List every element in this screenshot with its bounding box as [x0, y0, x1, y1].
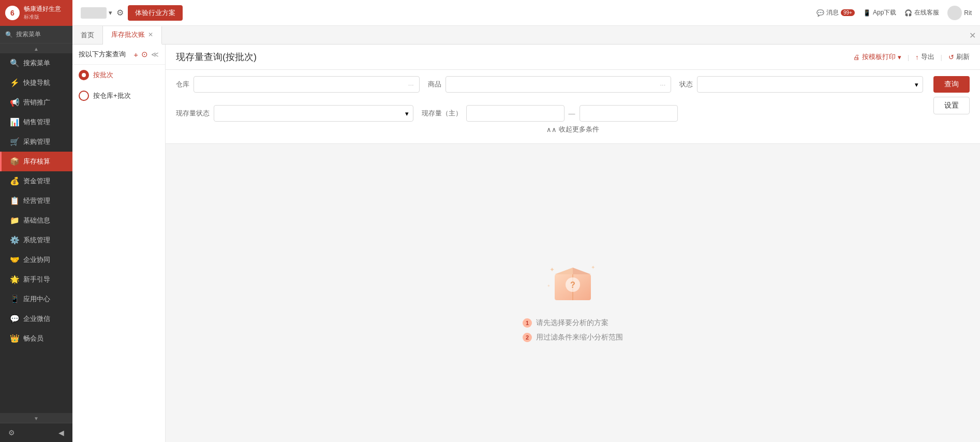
- scheme-item-by-batch[interactable]: 按批次: [72, 65, 165, 85]
- sidebar-item-member[interactable]: 👑 畅会员: [0, 329, 72, 348]
- action-divider-1: |: [908, 53, 909, 61]
- sidebar-item-search[interactable]: 🔍 搜索菜单: [0, 53, 72, 73]
- print-btn[interactable]: 🖨 按模板打印 ▾: [853, 52, 901, 62]
- online-service-item[interactable]: 🎧 在线客服: [904, 8, 939, 17]
- online-service-label: 在线客服: [914, 8, 939, 17]
- sidebar-item-app-center[interactable]: 📱 应用中心: [0, 289, 72, 309]
- collapse-btn[interactable]: ∧∧ 收起更多条件: [176, 122, 970, 137]
- sidebar-item-guide[interactable]: 🌟 新手引导: [0, 270, 72, 289]
- scheme-icon-by-warehouse-batch: [79, 91, 89, 101]
- dropdown-arrow-icon: ▾: [109, 9, 112, 17]
- tab-home[interactable]: 首页: [72, 26, 103, 44]
- warehouse-input[interactable]: ···: [194, 76, 420, 93]
- add-scheme-icon[interactable]: +: [133, 50, 138, 59]
- warehouse-more-icon: ···: [408, 81, 414, 89]
- topbar: ▾ ⚙ 体验行业方案 💬 消息 99+ 📱 App下载 🎧 在线客服 Rit: [72, 0, 980, 26]
- settings-icon[interactable]: ⚙: [8, 429, 15, 437]
- refresh-icon: ↺: [948, 53, 954, 61]
- messages-badge: 99+: [841, 9, 855, 16]
- sidebar-item-quick-nav[interactable]: ⚡ 快捷导航: [0, 73, 72, 93]
- tab-inventory-batch-label: 库存批次账: [111, 30, 145, 39]
- filter-row-1: 仓库 ··· 商品: [176, 76, 923, 93]
- sidebar-item-finance[interactable]: 💰 资金管理: [0, 171, 72, 191]
- empty-tip-2: 2 用过滤条件来缩小分析范围: [523, 333, 623, 342]
- sidebar-item-marketing[interactable]: 📢 营销推广: [0, 93, 72, 112]
- collapse-up-icon: ∧∧: [546, 126, 557, 134]
- refresh-label: 刷新: [956, 52, 970, 62]
- status-label: 状态: [679, 80, 693, 89]
- inventory-status-dropdown-icon: ▾: [405, 110, 409, 117]
- scroll-down-btn[interactable]: ▼: [0, 413, 72, 423]
- sidebar-search[interactable]: 🔍 搜索菜单: [0, 26, 72, 43]
- scheme-item-by-warehouse-batch[interactable]: 按仓库+批次: [72, 85, 165, 106]
- topbar-dropdown[interactable]: ▾: [81, 7, 112, 19]
- empty-icon: ? ✦ ✦ ✦: [542, 246, 604, 308]
- sidebar-item-basic-info[interactable]: 📁 基础信息: [0, 211, 72, 230]
- left-panel-header-actions: + ⊙ ≪: [133, 50, 159, 59]
- user-item[interactable]: Rit: [947, 6, 972, 20]
- sidebar-icon-purchase: 🛒: [10, 137, 19, 146]
- app-download-item[interactable]: 📱 App下载: [863, 8, 896, 17]
- topbar-left: ▾ ⚙ 体验行业方案: [81, 5, 810, 21]
- print-dropdown-icon[interactable]: ▾: [898, 53, 901, 61]
- status-dropdown-icon: ▾: [915, 81, 918, 89]
- tab-inventory-batch[interactable]: 库存批次账 ✕: [103, 26, 162, 45]
- topbar-gear-icon[interactable]: ⚙: [116, 8, 124, 18]
- sidebar-label-purchase: 采购管理: [23, 137, 50, 146]
- qty-range-from[interactable]: [466, 105, 565, 122]
- collapse-panel-icon[interactable]: ≪: [151, 50, 159, 58]
- export-label: 导出: [921, 52, 934, 62]
- logo-text: 6: [10, 9, 14, 17]
- tab-home-label: 首页: [81, 31, 94, 40]
- refresh-btn[interactable]: ↺ 刷新: [948, 52, 970, 62]
- sidebar-item-enterprise[interactable]: 🤝 企业协同: [0, 250, 72, 270]
- sidebar-item-operations[interactable]: 📋 经营管理: [0, 191, 72, 211]
- scroll-up-btn[interactable]: ▲: [0, 43, 72, 53]
- inventory-status-select[interactable]: ▾: [214, 105, 413, 122]
- tip-2-num: 2: [523, 333, 532, 342]
- scheme-label-by-warehouse-batch: 按仓库+批次: [93, 91, 131, 100]
- main-area: ▾ ⚙ 体验行业方案 💬 消息 99+ 📱 App下载 🎧 在线客服 Rit: [72, 0, 980, 442]
- sidebar-label-system: 系统管理: [23, 235, 50, 245]
- product-input[interactable]: ···: [446, 76, 672, 93]
- svg-marker-1: [555, 268, 573, 274]
- sidebar-label-wechat: 企业微信: [23, 314, 50, 323]
- print-icon: 🖨: [853, 53, 860, 61]
- sidebar-label-sales: 销售管理: [23, 117, 50, 127]
- sidebar-item-inventory[interactable]: 📦 库存核算: [0, 152, 72, 171]
- user-name: Rit: [964, 9, 972, 17]
- filter-row-2: 现存量状态 ▾ 现存量（主）: [176, 105, 923, 122]
- sidebar-icon-inventory: 📦: [10, 157, 19, 166]
- trial-button[interactable]: 体验行业方案: [128, 5, 183, 21]
- sidebar-item-system[interactable]: ⚙️ 系统管理: [0, 230, 72, 250]
- sidebar-item-wechat[interactable]: 💬 企业微信: [0, 309, 72, 329]
- status-select[interactable]: ▾: [697, 76, 923, 93]
- filter-product: 商品 ···: [428, 76, 672, 93]
- scheme-icon-by-batch: [79, 70, 89, 80]
- tab-area-close-icon[interactable]: ✕: [969, 30, 976, 40]
- query-button[interactable]: 查询: [933, 76, 970, 93]
- tip-1-text: 请先选择要分析的方案: [536, 318, 608, 328]
- tip-2-text: 用过滤条件来缩小分析范围: [536, 333, 623, 342]
- sidebar-item-purchase[interactable]: 🛒 采购管理: [0, 132, 72, 152]
- sidebar-icon-operations: 📋: [10, 196, 19, 205]
- svg-marker-2: [573, 268, 591, 274]
- sidebar-title-group: 畅康通好生意 标准版: [24, 5, 61, 21]
- scheme-settings-icon[interactable]: ⊙: [141, 50, 148, 59]
- tab-close-icon[interactable]: ✕: [148, 31, 153, 38]
- sidebar-nav: 🔍 搜索菜单 ⚡ 快捷导航 📢 营销推广 📊 销售管理 🛒 采购管理 📦 库存核…: [0, 53, 72, 413]
- filter-area-wrap: 仓库 ··· 商品: [166, 70, 980, 144]
- page-header-actions: 🖨 按模板打印 ▾ | ↑ 导出 | ↺ 刷新: [853, 52, 970, 62]
- export-btn[interactable]: ↑ 导出: [915, 52, 934, 62]
- messages-item[interactable]: 💬 消息 99+: [816, 8, 855, 17]
- scheme-label-by-batch: 按批次: [93, 70, 113, 80]
- sidebar-item-sales[interactable]: 📊 销售管理: [0, 112, 72, 132]
- qty-range: —: [466, 105, 678, 122]
- qty-range-to[interactable]: [580, 105, 678, 122]
- message-icon: 💬: [816, 9, 824, 17]
- print-label: 按模板打印: [862, 52, 896, 62]
- topbar-right: 💬 消息 99+ 📱 App下载 🎧 在线客服 Rit: [816, 6, 972, 20]
- settings-button[interactable]: 设置: [933, 97, 970, 114]
- sidebar-label-operations: 经营管理: [23, 196, 50, 205]
- collapse-sidebar-icon[interactable]: ◀: [58, 429, 64, 437]
